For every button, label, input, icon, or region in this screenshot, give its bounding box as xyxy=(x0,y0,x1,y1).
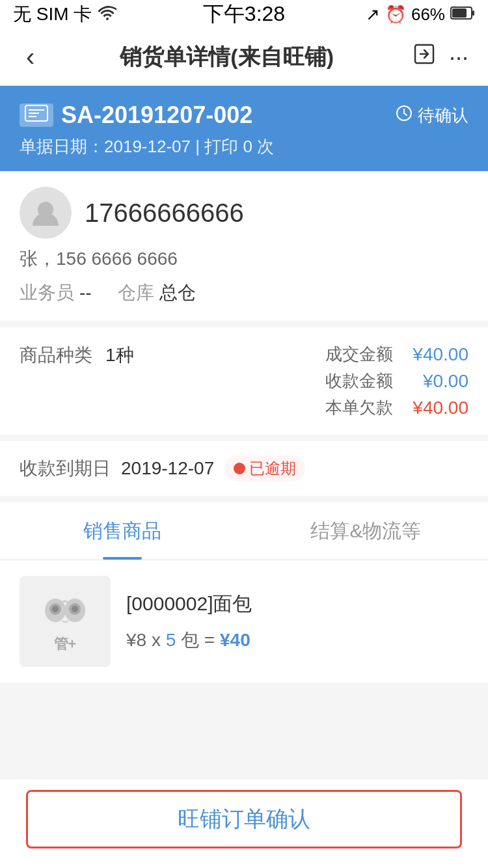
price-unit: ¥8 xyxy=(126,630,146,650)
summary-left: 商品种类 1种 xyxy=(20,343,134,368)
product-logo: 管+ xyxy=(39,590,91,654)
product-unit: 包 xyxy=(181,630,199,650)
svg-rect-2 xyxy=(452,8,467,18)
product-info: [0000002]面包 ¥8 x 5 包 = ¥40 xyxy=(126,591,468,653)
order-status-text: 待确认 xyxy=(418,104,468,127)
svg-point-15 xyxy=(72,606,78,612)
status-left: 无 SIM 卡 xyxy=(13,2,116,27)
due-label: 收款到期日 xyxy=(20,456,111,481)
product-total: ¥40 xyxy=(220,630,251,650)
battery-icon xyxy=(450,5,475,25)
received-value: ¥0.00 xyxy=(403,371,468,392)
sales-rep-value: -- xyxy=(79,282,92,303)
tab-sales-label: 销售商品 xyxy=(83,518,161,545)
wifi-icon xyxy=(98,4,116,25)
customer-row: 17666666666 xyxy=(20,187,468,239)
alarm-icon: ⏰ xyxy=(385,5,406,25)
clock-icon xyxy=(396,105,413,126)
received-label: 收款金额 xyxy=(325,370,393,392)
summary-card: 商品种类 1种 成交金额 ¥40.00 收款金额 ¥0.00 本单欠款 ¥40.… xyxy=(0,327,488,435)
owe-row: 本单欠款 ¥40.00 xyxy=(325,396,468,419)
battery-text: 66% xyxy=(411,5,445,25)
status-bar: 无 SIM 卡 下午3:28 ↗ ⏰ 66% xyxy=(0,0,488,29)
tab-settlement[interactable]: 结算&物流等 xyxy=(244,502,488,560)
types-label: 商品种类 xyxy=(20,343,92,368)
warehouse-item: 仓库 总仓 xyxy=(118,280,196,305)
carrier-text: 无 SIM 卡 xyxy=(13,2,92,27)
received-row: 收款金额 ¥0.00 xyxy=(325,370,468,392)
owl-icon xyxy=(39,590,91,634)
customer-meta: 业务员 -- 仓库 总仓 xyxy=(20,280,468,305)
price-multiply: x xyxy=(152,630,166,650)
due-date-value: 2019-12-07 xyxy=(121,458,214,479)
tab-sales-products[interactable]: 销售商品 xyxy=(0,502,244,560)
order-header-card: SA-20191207-002 待确认 单据日期：2019-12-07 | 打印… xyxy=(0,86,488,171)
status-right: ↗ ⏰ 66% xyxy=(366,5,475,25)
nav-actions: ··· xyxy=(413,42,468,72)
overdue-dot-icon xyxy=(234,463,245,474)
amount-row: 成交金额 ¥40.00 xyxy=(325,343,468,366)
product-qty: 5 xyxy=(166,630,176,650)
customer-name: 张，156 6666 6666 xyxy=(20,247,468,271)
order-id: SA-20191207-002 xyxy=(20,102,252,129)
sales-rep-item: 业务员 -- xyxy=(20,280,92,305)
price-equals: = xyxy=(204,630,220,650)
svg-rect-1 xyxy=(472,10,474,16)
customer-phone: 17666666666 xyxy=(85,198,244,228)
location-icon: ↗ xyxy=(366,5,380,25)
order-status: 待确认 xyxy=(396,104,468,127)
bottom-action-bar: 旺铺订单确认 xyxy=(0,780,488,868)
amount-value: ¥40.00 xyxy=(403,344,468,365)
brand-label: 管+ xyxy=(54,634,77,654)
due-card: 收款到期日 2019-12-07 已逾期 xyxy=(0,441,488,496)
confirm-order-button[interactable]: 旺铺订单确认 xyxy=(26,790,462,848)
product-card: 管+ [0000002]面包 ¥8 x 5 包 = ¥40 xyxy=(0,560,488,683)
nav-bar: ‹ 销货单详情(来自旺铺) ··· xyxy=(0,29,488,86)
overdue-text: 已逾期 xyxy=(249,458,296,479)
tab-settlement-label: 结算&物流等 xyxy=(310,518,421,545)
product-name: [0000002]面包 xyxy=(126,591,468,617)
warehouse-label: 仓库 xyxy=(118,280,154,305)
customer-card: 17666666666 张，156 6666 6666 业务员 -- 仓库 总仓 xyxy=(0,171,488,321)
overdue-badge: 已逾期 xyxy=(224,455,305,481)
amount-label: 成交金额 xyxy=(325,343,393,366)
back-button[interactable]: ‹ xyxy=(20,36,41,78)
product-price: ¥8 x 5 包 = ¥40 xyxy=(126,628,468,653)
more-button[interactable]: ··· xyxy=(449,44,468,71)
share-button[interactable] xyxy=(413,42,436,72)
avatar xyxy=(20,187,72,239)
sales-rep-label: 业务员 xyxy=(20,280,74,305)
warehouse-value: 总仓 xyxy=(159,280,196,305)
status-time: 下午3:28 xyxy=(203,0,285,29)
types-value: 1种 xyxy=(105,343,134,368)
product-thumbnail: 管+ xyxy=(20,576,111,667)
order-icon xyxy=(20,103,53,127)
owe-value: ¥40.00 xyxy=(403,398,468,418)
tab-bar: 销售商品 结算&物流等 xyxy=(0,502,488,560)
order-id-row: SA-20191207-002 待确认 xyxy=(20,102,468,129)
page-title: 销货单详情(来自旺铺) xyxy=(120,42,334,72)
summary-right: 成交金额 ¥40.00 收款金额 ¥0.00 本单欠款 ¥40.00 xyxy=(325,343,468,419)
owe-label: 本单欠款 xyxy=(325,396,393,419)
svg-point-14 xyxy=(52,606,59,612)
order-id-text: SA-20191207-002 xyxy=(61,102,252,129)
order-date: 单据日期：2019-12-07 | 打印 0 次 xyxy=(20,135,468,158)
